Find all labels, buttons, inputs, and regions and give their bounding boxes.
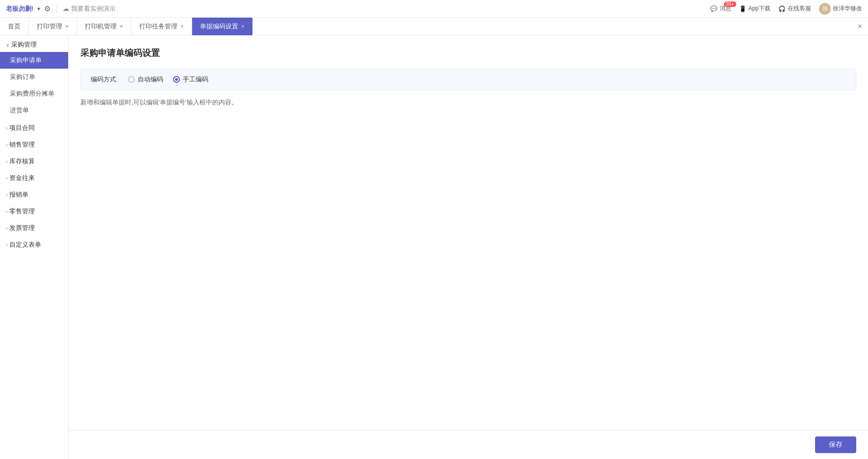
sidebar-group-header-custom[interactable]: › 自定义表单 (0, 235, 68, 252)
radio-manual[interactable]: 手工编码 (173, 75, 208, 84)
tab-label: 单据编码设置 (200, 22, 238, 31)
radio-auto-label: 自动编码 (138, 75, 163, 84)
tab-close-icon[interactable]: × (241, 23, 245, 30)
radio-circle-auto (128, 76, 135, 83)
chevron-right-icon: › (6, 126, 7, 131)
app-label: App下载 (748, 4, 770, 13)
content-area: 采购申请单编码设置 编码方式 自动编码 手工编码 新增和编辑单据时,可以编辑'单… (69, 35, 868, 459)
description-text: 新增和编辑单据时,可以编辑'单据编号'输入框中的内容。 (80, 98, 856, 107)
sidebar-group-sales: › 销售管理 (0, 135, 68, 152)
sidebar-group-header-invoice[interactable]: › 发票管理 (0, 219, 68, 235)
search-text: 我要看实例演示 (71, 4, 116, 13)
tab-close-icon[interactable]: × (180, 23, 184, 30)
chevron-down-icon: ∨ (6, 42, 9, 48)
group-label: 销售管理 (9, 140, 35, 149)
sidebar-group-header-sales[interactable]: › 销售管理 (0, 135, 68, 152)
chevron-right-icon: › (6, 242, 7, 248)
sidebar-group-header-finance[interactable]: › 资金往来 (0, 169, 68, 185)
tab-encoding-settings[interactable]: 单据编码设置 × (192, 18, 253, 35)
sidebar-item-purchase-expense[interactable]: 采购费用分摊单 (0, 85, 68, 102)
avatar: 徐 (819, 3, 831, 15)
app-download-action[interactable]: 📱 App下载 (739, 4, 770, 13)
tab-label: 打印机管理 (85, 22, 117, 31)
sidebar-item-purchase-request[interactable]: 采购申请单 (0, 52, 68, 69)
tab-print-task[interactable]: 打印任务管理 × (131, 18, 192, 35)
group-label: 项目合同 (9, 124, 35, 132)
group-label: 报销单 (9, 190, 28, 199)
app-icon: 📱 (739, 5, 746, 12)
radio-manual-label: 手工编码 (183, 75, 208, 84)
page-title: 采购申请单编码设置 (80, 47, 856, 59)
sidebar-group-header-project[interactable]: › 项目合同 (0, 119, 68, 135)
top-bar: 老板勿删! ▾ ⚙ ☁ 我要看实例演示 💬 消息 99+ 📱 App下载 🎧 在… (0, 0, 868, 18)
sidebar-group-header-purchase[interactable]: ∨ 采购管理 (0, 35, 68, 52)
settings-icon[interactable]: ⚙ (44, 4, 50, 13)
top-bar-right: 💬 消息 99+ 📱 App下载 🎧 在线客服 徐 徐泽华修改 (710, 3, 862, 15)
save-button[interactable]: 保存 (815, 436, 856, 453)
encoding-label: 编码方式 (91, 75, 116, 84)
sidebar-group-header-inventory[interactable]: › 库存核算 (0, 152, 68, 169)
radio-auto[interactable]: 自动编码 (128, 75, 163, 84)
radio-group-encoding: 自动编码 手工编码 (128, 75, 208, 84)
tab-printer-management[interactable]: 打印机管理 × (77, 18, 131, 35)
main-layout: ∨ 采购管理 采购申请单 采购订单 采购费用分摊单 进货单 › 项目合同 › 销… (0, 35, 868, 459)
group-label: 资金往来 (9, 174, 35, 182)
dropdown-icon[interactable]: ▾ (37, 5, 40, 12)
group-label: 库存核算 (9, 157, 35, 166)
content-inner: 采购申请单编码设置 编码方式 自动编码 手工编码 新增和编辑单据时,可以编辑'单… (69, 35, 868, 430)
search-bar[interactable]: ☁ 我要看实例演示 (63, 4, 116, 13)
tab-label: 打印管理 (37, 22, 62, 31)
chevron-right-icon: › (6, 142, 7, 148)
tab-print-management[interactable]: 打印管理 × (29, 18, 77, 35)
tab-label: 打印任务管理 (139, 22, 177, 31)
sidebar-group-project: › 项目合同 (0, 119, 68, 135)
group-label: 自定义表单 (9, 240, 41, 249)
sidebar-group-retail: › 零售管理 (0, 202, 68, 219)
user-menu[interactable]: 徐 徐泽华修改 (819, 3, 862, 15)
service-label: 在线客服 (788, 4, 811, 13)
top-bar-left: 老板勿删! ▾ ⚙ ☁ 我要看实例演示 (6, 4, 116, 13)
sidebar-group-finance: › 资金往来 (0, 169, 68, 185)
group-label: 发票管理 (9, 224, 35, 232)
chevron-right-icon: › (6, 226, 7, 231)
username: 徐泽华修改 (833, 4, 862, 13)
message-badge: 99+ (724, 1, 736, 7)
sidebar-group-inventory: › 库存核算 (0, 152, 68, 169)
chevron-right-icon: › (6, 176, 7, 181)
sidebar-item-purchase-order[interactable]: 采购订单 (0, 69, 68, 85)
online-service-action[interactable]: 🎧 在线客服 (778, 4, 811, 13)
logo: 老板勿删! (6, 4, 33, 13)
divider (56, 4, 57, 13)
message-icon: 💬 (710, 5, 718, 12)
sidebar-group-custom: › 自定义表单 (0, 235, 68, 252)
tab-home[interactable]: 首页 (0, 18, 29, 35)
service-icon: 🎧 (778, 5, 786, 12)
sidebar-group-header-retail[interactable]: › 零售管理 (0, 202, 68, 219)
tab-close-icon[interactable]: × (120, 23, 123, 30)
message-action[interactable]: 💬 消息 99+ (710, 4, 731, 13)
content-footer: 保存 (69, 430, 868, 459)
encoding-section: 编码方式 自动编码 手工编码 (80, 69, 856, 90)
close-all-button[interactable]: × (852, 22, 868, 31)
group-label: 零售管理 (9, 207, 35, 216)
chevron-right-icon: › (6, 192, 7, 198)
sidebar-group-invoice: › 发票管理 (0, 219, 68, 235)
group-label: 采购管理 (11, 40, 37, 49)
tabs-bar: 首页 打印管理 × 打印机管理 × 打印任务管理 × 单据编码设置 × × (0, 18, 868, 35)
sidebar-group-purchase: ∨ 采购管理 采购申请单 采购订单 采购费用分摊单 进货单 (0, 35, 68, 119)
cloud-icon: ☁ (63, 5, 69, 12)
tab-close-icon[interactable]: × (65, 23, 69, 30)
chevron-right-icon: › (6, 159, 7, 164)
sidebar-item-inbound[interactable]: 进货单 (0, 102, 68, 119)
sidebar: ∨ 采购管理 采购申请单 采购订单 采购费用分摊单 进货单 › 项目合同 › 销… (0, 35, 69, 459)
sidebar-group-header-expense[interactable]: › 报销单 (0, 185, 68, 202)
radio-circle-manual (173, 76, 180, 83)
sidebar-group-expense: › 报销单 (0, 185, 68, 202)
chevron-right-icon: › (6, 209, 7, 214)
